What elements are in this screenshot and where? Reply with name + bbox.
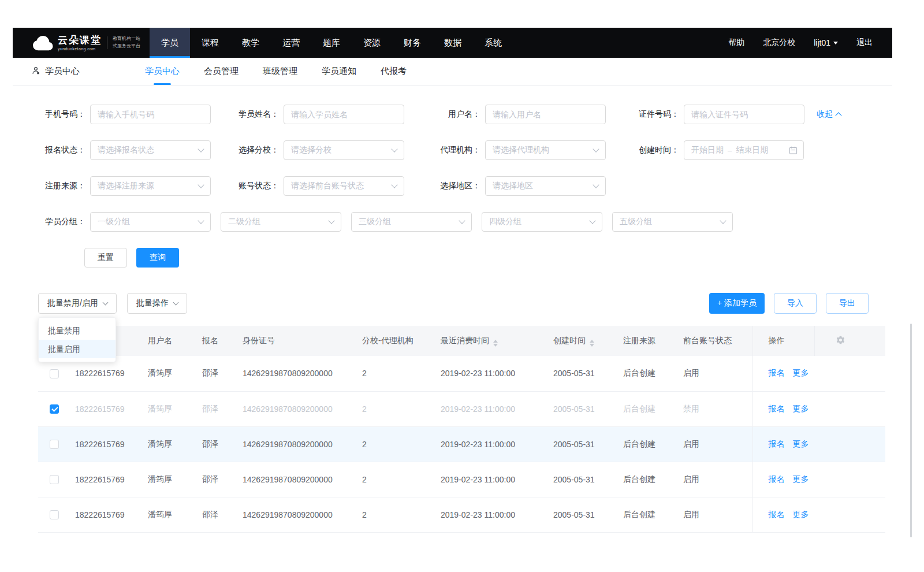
phone-input[interactable] [90, 105, 211, 124]
enroll-action-link[interactable]: 报名 [769, 439, 785, 448]
sort-icon[interactable] [493, 340, 498, 347]
brand-logo[interactable]: 云朵课堂 yunduoketang.com 教育机构一站 式服务云平台 [13, 28, 140, 58]
filter-row-groups: 学员分组： 一级分组 二级分组 三级分组 四级分组 [37, 212, 892, 232]
cloud-logo-icon [32, 35, 54, 51]
cell-id-card: 14262919870809200000 [231, 426, 351, 462]
cell-enroll: 邵泽 [191, 391, 231, 426]
row-checkbox-checked[interactable] [50, 404, 59, 414]
row-checkbox[interactable] [50, 475, 59, 484]
cell-last-consume: 2019-02-23 11:00:00 [429, 462, 542, 497]
export-button[interactable]: 导出 [826, 293, 869, 314]
batch-operations-button[interactable]: 批量操作 [127, 293, 187, 314]
table-row: 18222615769 潘筠厚 邵泽 14262919870809200000 … [38, 391, 885, 426]
menu-item-batch-enable[interactable]: 批量启用 [39, 340, 116, 358]
query-button[interactable]: 查询 [136, 248, 179, 268]
brand-tagline-line2: 式服务云平台 [113, 43, 140, 50]
enroll-action-link[interactable]: 报名 [769, 474, 785, 484]
cell-branch-agency: 2 [351, 426, 429, 462]
reset-button[interactable]: 重置 [84, 248, 127, 268]
help-link[interactable]: 帮助 [728, 38, 744, 48]
header-last-consume: 最近消费时间 [429, 326, 542, 356]
menu-item-batch-disable[interactable]: 批量禁用 [39, 321, 116, 340]
enroll-action-link[interactable]: 报名 [769, 368, 785, 377]
more-action-link[interactable]: 更多 [793, 404, 809, 413]
username-input[interactable] [485, 105, 606, 124]
account-status-select[interactable]: 请选择前台账号状态 [284, 176, 404, 196]
table-row: 18222615769 潘筠厚 邵泽 14262919870809200000 … [38, 426, 885, 462]
person-icon [31, 66, 40, 77]
menu-item-system[interactable]: 系统 [473, 28, 513, 58]
created-time-range-picker[interactable]: 开始日期 – 结束日期 [684, 140, 804, 160]
more-action-link[interactable]: 更多 [793, 510, 809, 519]
menu-item-courses[interactable]: 课程 [190, 28, 230, 58]
cell-last-consume: 2019-02-23 11:00:00 [429, 497, 542, 532]
batch-dropdown-menu: 批量禁用 批量启用 [38, 317, 116, 362]
header-created: 创建时间 [542, 326, 612, 356]
group-level2-select[interactable]: 二级分组 [221, 212, 341, 232]
cell-enroll: 邵泽 [191, 426, 231, 462]
vertical-scrollbar[interactable] [910, 324, 912, 537]
cell-source: 后台创建 [612, 497, 672, 532]
table-header: 用户名 报名 身份证号 分校-代理机构 最近消费时间 创建时间 注册来源 前台账… [38, 326, 885, 356]
cert-number-input[interactable] [684, 105, 804, 124]
more-action-link[interactable]: 更多 [793, 368, 809, 377]
enroll-action-link[interactable]: 报名 [769, 404, 785, 413]
menu-item-question-bank[interactable]: 题库 [311, 28, 352, 58]
group-level5-select[interactable]: 五级分组 [612, 212, 733, 232]
header-id-card: 身份证号 [231, 326, 351, 356]
group-level1-select[interactable]: 一级分组 [90, 212, 211, 232]
filter-buttons: 重置 查询 [84, 248, 892, 268]
chevron-down-icon [328, 217, 334, 224]
cell-source: 后台创建 [612, 356, 672, 391]
header-username: 用户名 [136, 326, 191, 356]
more-action-link[interactable]: 更多 [793, 474, 809, 484]
menu-item-data[interactable]: 数据 [433, 28, 473, 58]
region-select[interactable]: 请选择地区 [485, 176, 606, 196]
cell-front-status: 启用 [672, 426, 752, 462]
calendar-icon [789, 146, 798, 155]
group-level4-select[interactable]: 四级分组 [482, 212, 602, 232]
import-button[interactable]: 导入 [774, 293, 817, 314]
row-checkbox[interactable] [50, 510, 59, 519]
enroll-status-select[interactable]: 请选择报名状态 [90, 140, 211, 160]
more-action-link[interactable]: 更多 [793, 439, 809, 448]
cell-username: 潘筠厚 [136, 497, 191, 532]
cell-enroll: 邵泽 [191, 497, 231, 532]
chevron-down-icon [589, 217, 595, 224]
row-checkbox[interactable] [50, 369, 59, 378]
cell-username: 潘筠厚 [136, 356, 191, 391]
register-source-select[interactable]: 请选择注册来源 [90, 176, 211, 196]
cert-number-label: 证件号码： [631, 109, 679, 120]
logout-link[interactable]: 退出 [856, 38, 873, 48]
chevron-down-icon [198, 146, 204, 152]
gear-icon[interactable] [836, 335, 845, 347]
add-student-button[interactable]: + 添加学员 [709, 293, 765, 314]
chevron-down-icon [391, 146, 397, 152]
tab-class-management[interactable]: 班级管理 [251, 58, 310, 85]
tab-member-management[interactable]: 会员管理 [192, 58, 251, 85]
agency-select[interactable]: 请选择代理机构 [485, 140, 606, 160]
menu-item-operations[interactable]: 运营 [271, 28, 311, 58]
header-enroll: 报名 [191, 326, 231, 356]
batch-disable-enable-button[interactable]: 批量禁用/启用 [38, 293, 117, 314]
user-menu[interactable]: lijt01 [814, 38, 838, 47]
collapse-filters-link[interactable]: 收起 [817, 109, 841, 120]
cell-front-status: 启用 [672, 356, 752, 391]
branch-link[interactable]: 北京分校 [763, 38, 795, 48]
tab-proxy-exam[interactable]: 代报考 [368, 58, 419, 85]
enroll-action-link[interactable]: 报名 [769, 510, 785, 519]
menu-item-finance[interactable]: 财务 [392, 28, 433, 58]
sort-icon[interactable] [590, 340, 594, 347]
row-checkbox[interactable] [50, 440, 59, 449]
menu-item-students[interactable]: 学员 [150, 28, 190, 58]
group-level3-select[interactable]: 三级分组 [351, 212, 472, 232]
cell-phone: 18222615769 [64, 426, 136, 462]
branch-select[interactable]: 请选择分校 [284, 140, 404, 160]
student-name-input[interactable] [284, 105, 404, 124]
tab-student-center[interactable]: 学员中心 [133, 58, 192, 85]
caret-down-icon [833, 42, 838, 44]
menu-item-teaching[interactable]: 教学 [230, 28, 271, 58]
menu-item-resources[interactable]: 资源 [352, 28, 392, 58]
tab-student-notice[interactable]: 学员通知 [310, 58, 368, 85]
header-actions: 操作 [752, 326, 814, 356]
